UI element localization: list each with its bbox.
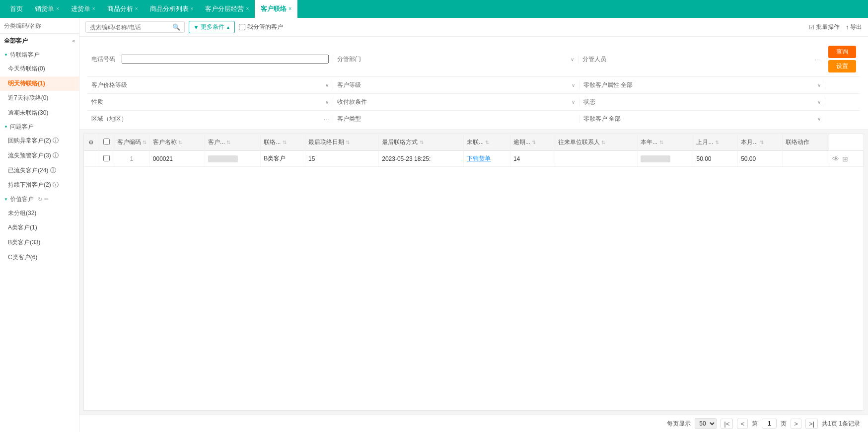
edit-value-icon[interactable]: ✏ <box>44 196 49 203</box>
filter-scatter-attr-arrow-icon[interactable]: ∨ <box>817 82 821 88</box>
sidebar-search-box[interactable]: 🔍 <box>0 18 79 34</box>
th-last-date[interactable]: 最后联络日期 ⇅ <box>305 134 379 151</box>
filter-scatter-customer: 零散客户 全部 ∨ <box>579 115 825 123</box>
row-checkbox[interactable] <box>103 155 110 161</box>
th-overdue[interactable]: 逾期... ⇅ <box>510 134 555 151</box>
th-name[interactable]: 客户名称 ⇅ <box>149 134 205 151</box>
sidebar-item-class-c[interactable]: C类客户(6) <box>0 250 79 265</box>
batch-op-button[interactable]: ☑ 批量操作 <box>809 23 840 31</box>
more-filter-label: 更多条件 <box>201 23 224 31</box>
th-gear[interactable]: ⚙ <box>84 134 99 151</box>
filter-region-dots-icon[interactable]: ··· <box>323 115 329 123</box>
filter-person: 分管人员 ··· <box>579 55 824 64</box>
refresh-icon[interactable]: ↻ <box>38 196 42 203</box>
sidebar-item-churn-warning[interactable]: 流失预警客户(3) ⓘ <box>0 148 79 163</box>
table-row: 1 000021 Ea B类客户 15 2023-05-23 18:25: 下销… <box>84 151 864 167</box>
sidebar-item-ungrouped[interactable]: 未分组(32) <box>0 206 79 221</box>
all-customers-label: 全部客户 <box>4 37 28 45</box>
td-contact-person <box>638 151 693 167</box>
nav-sales-order[interactable]: 销货单 × <box>29 0 65 18</box>
my-customer-checkbox-group[interactable]: 我分管的客户 <box>239 23 283 31</box>
filter-phone-input[interactable] <box>122 55 329 64</box>
prev-page-button[interactable]: < <box>737 419 748 429</box>
nav-home[interactable]: 首页 <box>4 0 29 18</box>
th-uncontacted[interactable]: 未联... ⇅ <box>464 134 510 151</box>
filter-nature-arrow-icon[interactable]: ∨ <box>325 99 329 105</box>
th-last-method[interactable]: 最后联络方式 ⇅ <box>379 134 464 151</box>
nav-customer-tier[interactable]: 客户分层经营 × <box>199 0 255 18</box>
collapse-icon[interactable]: « <box>72 38 75 44</box>
more-filter-button[interactable]: ▼ 更多条件 ▲ <box>189 21 235 33</box>
last-method-link[interactable]: 下销货单 <box>467 155 491 162</box>
filter-row-1: 电话号码 分管部门 ∨ 分管人员 ··· 查询 设置 <box>87 42 860 77</box>
th-this-month[interactable]: 本月... ⇅ <box>738 134 783 151</box>
td-checkbox[interactable] <box>99 151 114 167</box>
last-page-button[interactable]: >| <box>805 419 818 429</box>
nav-customer-contact[interactable]: 客户联络 × <box>255 0 297 18</box>
all-customers-header[interactable]: 全部客户 « <box>0 34 79 48</box>
nav-product-analysis[interactable]: 商品分析 × <box>101 0 144 18</box>
sidebar-item-tomorrow-contact[interactable]: 明天待联络(1) <box>0 76 79 91</box>
sidebar-item-repurchase-anomaly[interactable]: 回购异常客户(2) ⓘ <box>0 134 79 148</box>
filter-customer-grade-label: 客户等级 <box>337 81 364 89</box>
th-code[interactable]: 客户编码 ⇅ <box>114 134 149 151</box>
sort-year-icon: ⇅ <box>659 140 663 145</box>
sidebar-item-week-contact[interactable]: 近7天待联络(0) <box>0 91 79 106</box>
next-page-button[interactable]: > <box>791 419 801 429</box>
sidebar-item-class-b[interactable]: B类客户(33) <box>0 235 79 250</box>
sidebar-search-input[interactable] <box>4 22 78 29</box>
sidebar-item-today-contact[interactable]: 今天待联络(0) <box>0 62 79 76</box>
first-page-button[interactable]: |< <box>721 419 733 429</box>
th-contact-person[interactable]: 往来单位联系人 ⇅ <box>555 134 638 151</box>
th-last-month[interactable]: 上月... ⇅ <box>693 134 738 151</box>
my-customer-checkbox[interactable] <box>239 24 245 30</box>
grid-action-icon[interactable]: ⊞ <box>842 155 848 163</box>
filter-payment-arrow-icon[interactable]: ∨ <box>572 99 575 105</box>
filter-payment: 收付款条件 ∨ <box>333 98 579 106</box>
export-button[interactable]: ↑ 导出 <box>846 23 862 31</box>
th-type[interactable]: 客户... ⇅ <box>205 134 261 151</box>
group-pending-contact[interactable]: ▼ 待联络客户 <box>0 48 79 62</box>
main-search-input[interactable] <box>90 24 172 31</box>
close-customer-tier-icon[interactable]: × <box>246 0 249 18</box>
filter-scatter-customer-arrow-icon[interactable]: ∨ <box>817 116 821 122</box>
close-purchase-icon[interactable]: × <box>92 0 95 18</box>
filter-price-grade-arrow-icon[interactable]: ∨ <box>325 82 329 88</box>
page-input[interactable] <box>762 419 777 429</box>
search-icon-main[interactable]: 🔍 <box>172 23 180 31</box>
sidebar-item-class-a[interactable]: A类客户(1) <box>0 220 79 235</box>
filter-customer-grade-arrow-icon[interactable]: ∨ <box>572 82 575 88</box>
filter-row-4: 区域（地区） ··· 客户类型 零散客户 全部 ∨ <box>87 111 860 127</box>
filter-status-arrow-icon[interactable]: ∨ <box>817 99 821 105</box>
nav-product-list[interactable]: 商品分析列表 × <box>144 0 200 18</box>
filter-price-grade: 客户价格等级 ∨ <box>87 81 333 89</box>
sidebar-item-declining[interactable]: 持续下滑客户(2) ⓘ <box>0 178 79 193</box>
close-customer-contact-icon[interactable]: × <box>289 0 291 18</box>
sidebar-item-overdue-contact[interactable]: 逾期未联络(30) <box>0 106 79 121</box>
page-size-select[interactable]: 50 <box>695 418 717 429</box>
more-filter-arrow-icon: ▲ <box>226 25 230 30</box>
nav-purchase[interactable]: 进货单 × <box>65 0 101 18</box>
close-product-list-icon[interactable]: × <box>191 0 194 18</box>
query-button[interactable]: 查询 <box>828 46 856 58</box>
set-button[interactable]: 设置 <box>828 60 856 72</box>
close-product-analysis-icon[interactable]: × <box>135 0 138 18</box>
td-last-date: 2023-05-23 18:25: <box>379 151 464 167</box>
sidebar-item-churned[interactable]: 已流失客户(24) ⓘ <box>0 163 79 178</box>
td-last-method[interactable]: 下销货单 <box>464 151 510 167</box>
select-all-checkbox[interactable] <box>103 139 110 145</box>
td-name: Ea <box>205 151 261 167</box>
filter-payment-label: 收付款条件 <box>337 98 367 106</box>
sort-uncontacted-icon: ⇅ <box>485 140 489 145</box>
filter-status-label: 状态 <box>583 98 611 106</box>
close-sales-icon[interactable]: × <box>56 0 59 18</box>
th-checkbox[interactable] <box>99 134 114 151</box>
group-problem-customers[interactable]: ▼ 问题客户 <box>0 120 79 134</box>
filter-person-dots-icon[interactable]: ··· <box>814 56 820 63</box>
th-this-year[interactable]: 本年... ⇅ <box>638 134 693 151</box>
main-search-box[interactable]: 🔍 <box>85 21 185 33</box>
eye-action-icon[interactable]: 👁 <box>832 155 839 163</box>
group-value-customers[interactable]: ▼ 价值客户 ↻ ✏ <box>0 193 79 206</box>
th-contact-count[interactable]: 联络... ⇅ <box>261 134 305 151</box>
filter-dept-arrow-icon[interactable]: ∨ <box>571 57 574 62</box>
